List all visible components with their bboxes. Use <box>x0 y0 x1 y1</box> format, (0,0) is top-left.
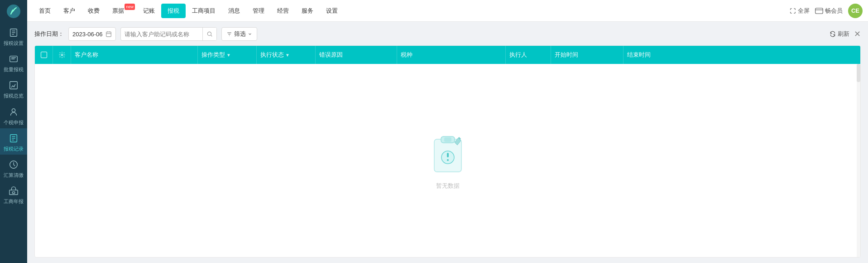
select-all-checkbox[interactable] <box>41 52 47 58</box>
scrollbar-track[interactable] <box>857 64 860 257</box>
nav-item-guanli[interactable]: 管理 <box>246 0 271 22</box>
svg-rect-6 <box>10 82 18 89</box>
scrollbar-thumb[interactable] <box>857 64 860 82</box>
fullscreen-button[interactable]: 全屏 <box>790 7 810 15</box>
empty-text: 暂无数据 <box>436 182 460 190</box>
huisuanqingsuan-icon <box>7 158 20 171</box>
nav-item-shouye[interactable]: 首页 <box>33 0 57 22</box>
nav-item-shezhi[interactable]: 设置 <box>320 0 344 22</box>
zhixingstatus-filter-icon[interactable]: ▼ <box>285 53 290 58</box>
th-settings[interactable] <box>53 46 71 64</box>
toolbar: 操作日期： 2023-06-06 筛选 刷新 <box>34 27 861 41</box>
close-button[interactable]: ✕ <box>854 30 861 38</box>
filter-button[interactable]: 筛选 <box>221 27 257 41</box>
svg-point-24 <box>447 159 449 161</box>
nav-item-kehu[interactable]: 客户 <box>57 0 82 22</box>
search-button[interactable] <box>202 27 216 41</box>
piliangsaoshui-icon <box>7 53 20 65</box>
sidebar-item-geshuishenbao-label: 个税申报 <box>4 120 24 126</box>
empty-illustration <box>427 131 468 176</box>
nav-item-shoufei[interactable]: 收费 <box>82 0 106 22</box>
svg-rect-14 <box>12 192 15 194</box>
empty-state: 暂无数据 <box>427 64 468 257</box>
gongshangnianban-icon <box>7 185 20 197</box>
nav-item-xiaoxi[interactable]: 消息 <box>222 0 246 22</box>
refresh-button[interactable]: 刷新 <box>830 30 849 38</box>
baoshuijilu-icon <box>7 132 20 145</box>
th-kehumingcheng: 客户名称 <box>71 46 198 64</box>
content: 操作日期： 2023-06-06 筛选 刷新 <box>27 22 868 263</box>
toolbar-right: 刷新 ✕ <box>830 30 861 38</box>
sidebar-item-geshuishenbao[interactable]: 个税申报 <box>0 102 27 128</box>
th-cuowuyuanyin: 错误原因 <box>316 46 397 64</box>
sidebar-item-piliangsaoshui[interactable]: 批量报税 <box>0 49 27 75</box>
sidebar-item-baoshuizonglan-label: 报税总览 <box>4 93 24 99</box>
main-area: 首页 客户 收费 票据 new 记账 报税 工商项目 消息 管理 经营 <box>27 0 868 263</box>
nav-item-fuwu[interactable]: 服务 <box>295 0 320 22</box>
svg-rect-13 <box>10 190 18 195</box>
search-input[interactable] <box>121 31 202 38</box>
sidebar-item-baoshuishezhi[interactable]: 报税设置 <box>0 23 27 49</box>
caozuoleixing-filter-icon[interactable]: ▼ <box>226 53 231 58</box>
th-zhixingren: 执行人 <box>506 46 551 64</box>
sidebar-item-huisuanqingsuan-label: 汇算清缴 <box>4 172 24 178</box>
svg-point-18 <box>61 54 63 56</box>
new-badge: new <box>125 4 135 10</box>
nav-right: 全屏 畅会员 CE <box>790 4 863 18</box>
sidebar-item-baoshuishezhi-label: 报税设置 <box>4 40 24 46</box>
svg-rect-23 <box>447 153 449 157</box>
th-shuizhong: 税种 <box>397 46 506 64</box>
table-body: 暂无数据 <box>35 64 860 257</box>
baoshuizonglan-icon <box>7 79 20 92</box>
sidebar-item-gongshangnianban[interactable]: 工商年报 <box>0 181 27 207</box>
table-header: 客户名称 操作类型 ▼ 执行状态 ▼ 错误原因 税种 执行人 <box>35 46 860 64</box>
sidebar-item-baoshuijilu-label: 报税记录 <box>4 146 24 152</box>
avatar[interactable]: CE <box>848 4 863 18</box>
baoshuishezhi-icon <box>7 26 20 39</box>
sidebar-item-huisuanqingsuan[interactable]: 汇算清缴 <box>0 155 27 181</box>
date-input[interactable]: 2023-06-06 <box>68 27 116 41</box>
sidebar-logo <box>0 0 27 23</box>
sidebar-item-gongshangnianban-label: 工商年报 <box>4 199 24 205</box>
nav-item-jizhi[interactable]: 记账 <box>137 0 161 22</box>
svg-point-7 <box>12 108 15 112</box>
th-jieshushijian: 结束时间 <box>623 46 696 64</box>
date-label: 操作日期： <box>34 30 64 38</box>
nav-item-piaoju[interactable]: 票据 new <box>106 0 137 22</box>
top-nav: 首页 客户 收费 票据 new 记账 报税 工商项目 消息 管理 经营 <box>27 0 868 22</box>
sidebar: 报税设置 批量报税 报税总览 个税申报 报税记录 汇算清缴 工商 <box>0 0 27 263</box>
search-box[interactable] <box>120 27 217 41</box>
th-caozuoleixing[interactable]: 操作类型 ▼ <box>198 46 257 64</box>
sidebar-item-baoshuijilu[interactable]: 报税记录 <box>0 128 27 155</box>
nav-item-gongshanxiangmu[interactable]: 工商项目 <box>186 0 222 22</box>
member-button[interactable]: 畅会员 <box>815 7 843 15</box>
sidebar-item-piliangsaoshui-label: 批量报税 <box>4 67 24 73</box>
table: 客户名称 操作类型 ▼ 执行状态 ▼ 错误原因 税种 执行人 <box>34 45 861 258</box>
th-kaishishijian: 开始时间 <box>551 46 623 64</box>
svg-point-17 <box>207 32 211 35</box>
th-checkbox[interactable] <box>35 46 53 64</box>
geshuishenbao-icon <box>7 106 20 118</box>
svg-rect-16 <box>106 32 111 37</box>
sidebar-item-baoshuizonglan[interactable]: 报税总览 <box>0 75 27 102</box>
nav-item-baoshui[interactable]: 报税 <box>161 4 186 18</box>
th-zhixingstatus[interactable]: 执行状态 ▼ <box>257 46 316 64</box>
svg-rect-21 <box>444 137 451 142</box>
nav-item-jingying[interactable]: 经营 <box>271 0 295 22</box>
svg-rect-15 <box>815 8 823 14</box>
